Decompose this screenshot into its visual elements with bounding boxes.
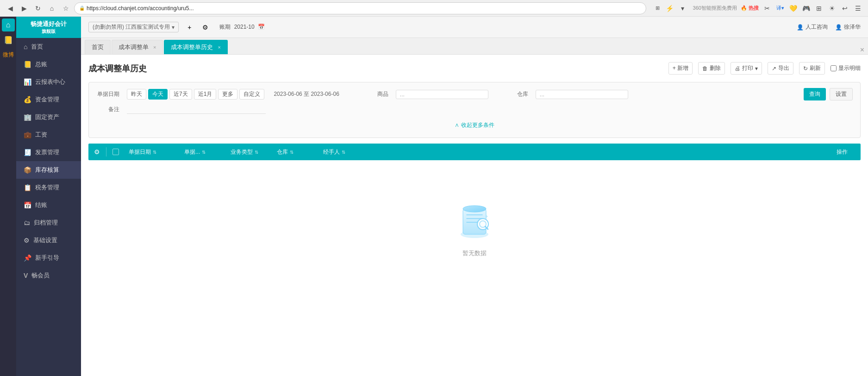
date-btn-today[interactable]: 今天: [148, 89, 168, 100]
date-btn-yesterday[interactable]: 昨天: [127, 89, 146, 100]
refresh-btn[interactable]: ↻ 刷新: [799, 62, 825, 75]
new-btn[interactable]: + 新增: [668, 62, 693, 75]
warehouse-filter-label: 仓库: [505, 90, 528, 98]
tab-cost-history[interactable]: 成本调整单历史 ×: [164, 40, 227, 54]
remark-filter-label: 备注: [96, 106, 119, 113]
home-icon: ⌂: [24, 43, 27, 50]
th-warehouse[interactable]: 仓库 ⇅: [272, 148, 318, 156]
th-date-sort[interactable]: ⇅: [153, 150, 156, 155]
query-btn[interactable]: 查询: [804, 88, 826, 100]
sidebar-item-funds[interactable]: 💰 资金管理: [16, 91, 81, 108]
guide-icon: 📌: [24, 254, 31, 262]
settings-company-btn[interactable]: ⚙: [200, 22, 210, 32]
translate-btn[interactable]: 译▾: [774, 3, 786, 14]
filter-area: 单据日期 昨天 今天 近7天 近1月 更多 自定义 2023-06-06 至 2…: [88, 82, 861, 138]
sidebar-item-ledger[interactable]: 📒 总账: [16, 56, 81, 73]
consultation-btn[interactable]: 👤 人工咨询: [797, 23, 828, 31]
warehouse-selector[interactable]: ...: [536, 90, 628, 99]
th-biz-sort[interactable]: ⇅: [255, 150, 258, 155]
top-bar: (勿删勿禁用) 江西服宝测试专用 ▾ + ⚙ 账期 2021-10 📅 👤 人工…: [81, 17, 868, 38]
grid-btn[interactable]: ⊞: [813, 3, 824, 14]
wallet-btn[interactable]: 💛: [787, 3, 799, 14]
sidebar-item-archive[interactable]: 🗂 归档管理: [16, 214, 81, 232]
tab-cost-adjust[interactable]: 成本调整单 ×: [112, 40, 163, 54]
remark-input[interactable]: [127, 105, 266, 114]
delete-btn[interactable]: 🗑 删除: [698, 62, 725, 75]
collapse-icon: ∧: [455, 122, 461, 128]
tab-cost-adjust-close[interactable]: ×: [153, 44, 156, 50]
sidebar-item-inventory[interactable]: 📦 库存核算: [16, 161, 81, 179]
star-button[interactable]: ☆: [60, 3, 71, 14]
content-area: 成本调整单历史 + 新增 🗑 删除 🖨 打印 ▾ ↗: [81, 55, 868, 376]
menu-btn[interactable]: ☰: [852, 3, 863, 14]
collapse-bar[interactable]: ∧ 收起更多条件: [96, 119, 853, 132]
extensions-btn[interactable]: ⊞: [653, 3, 662, 14]
sidebar-item-vip[interactable]: V 畅会员: [16, 267, 81, 284]
home-button[interactable]: ⌂: [46, 3, 57, 14]
refresh-label: 刷新: [810, 64, 821, 72]
gear-icon[interactable]: ⚙: [94, 148, 100, 156]
divider-1: [106, 147, 106, 157]
refresh-button[interactable]: ↻: [32, 3, 44, 14]
th-date-label: 单据日期: [129, 148, 151, 156]
th-no[interactable]: 单据... ⇅: [180, 148, 226, 156]
date-btn-custom[interactable]: 自定义: [239, 89, 264, 100]
tab-cost-history-close[interactable]: ×: [218, 44, 220, 50]
th-warehouse-sort[interactable]: ⇅: [290, 150, 293, 155]
undo-btn[interactable]: ↩: [839, 3, 850, 14]
strip-ledger[interactable]: 📒: [2, 33, 15, 46]
sun-btn[interactable]: ☀: [826, 3, 837, 14]
sidebar-label-tax: 税务管理: [35, 183, 59, 192]
reports-icon: 📊: [24, 78, 31, 86]
th-gear[interactable]: ⚙: [88, 148, 105, 156]
dropdown-btn[interactable]: ▾: [677, 3, 688, 14]
table-header: ⚙ 单据日期 ⇅ 单据... ⇅ 业务类型: [88, 144, 861, 160]
forward-button[interactable]: ▶: [19, 3, 30, 14]
sidebar-item-settings[interactable]: ⚙ 基础设置: [16, 232, 81, 249]
header-checkbox[interactable]: [112, 149, 119, 155]
date-btn-more[interactable]: 更多: [218, 89, 237, 100]
company-selector[interactable]: (勿删勿禁用) 江西服宝测试专用 ▾: [88, 22, 179, 32]
sidebar-item-reports[interactable]: 📊 云报表中心: [16, 73, 81, 91]
th-handler[interactable]: 经手人 ⇅: [318, 148, 374, 156]
vip-icon: V: [24, 272, 28, 279]
strip-home[interactable]: ⌂: [2, 19, 15, 31]
sidebar-item-invoice[interactable]: 🧾 发票管理: [16, 144, 81, 161]
show-columns-checkbox[interactable]: [831, 65, 837, 71]
game-btn[interactable]: 🎮: [800, 3, 812, 14]
tab-home[interactable]: 首页: [85, 40, 111, 54]
strip-wb[interactable]: 微博: [2, 48, 15, 61]
inventory-icon: 📦: [24, 166, 31, 174]
sidebar-item-home[interactable]: ⌂ 首页: [16, 38, 81, 56]
sidebar-item-guide[interactable]: 📌 新手引导: [16, 249, 81, 267]
sidebar-item-payroll[interactable]: 💼 工资: [16, 126, 81, 144]
sidebar-label-archive: 归档管理: [34, 219, 58, 227]
export-btn[interactable]: ↗ 导出: [768, 62, 793, 75]
back-button[interactable]: ◀: [5, 3, 16, 14]
show-columns-toggle[interactable]: 显示明细: [831, 64, 861, 72]
print-btn[interactable]: 🖨 打印 ▾: [731, 62, 762, 75]
th-biz-type[interactable]: 业务类型 ⇅: [226, 148, 272, 156]
th-checkbox[interactable]: [107, 149, 124, 155]
add-company-btn[interactable]: +: [184, 22, 194, 32]
print-dropdown-icon: ▾: [755, 65, 758, 72]
date-btn-1month[interactable]: 近1月: [194, 89, 217, 100]
sidebar-item-fixed-assets[interactable]: 🏢 固定资产: [16, 108, 81, 126]
bolt-btn[interactable]: ⚡: [664, 3, 675, 14]
th-date[interactable]: 单据日期 ⇅: [124, 148, 180, 156]
scissors-btn[interactable]: ✂: [762, 3, 773, 14]
sidebar-item-tax[interactable]: 📋 税务管理: [16, 179, 81, 196]
calendar-icon[interactable]: 📅: [258, 24, 265, 30]
goods-selector[interactable]: ...: [396, 90, 488, 99]
setting-btn[interactable]: 设置: [830, 88, 853, 100]
funds-icon: 💰: [24, 96, 31, 103]
th-no-sort[interactable]: ⇅: [202, 150, 206, 155]
archive-icon: 🗂: [24, 219, 30, 226]
th-handler-sort[interactable]: ⇅: [342, 150, 345, 155]
date-btn-7days[interactable]: 近7天: [169, 89, 192, 100]
close-all-tabs-btn[interactable]: ×: [860, 46, 864, 54]
user-profile-btn[interactable]: 👤 徐泽华: [835, 23, 861, 31]
sidebar-item-closing[interactable]: 📅 结账: [16, 196, 81, 214]
address-bar[interactable]: 🔒 https://cloud.chanjet.com/accounting/u…: [74, 2, 646, 14]
sidebar-label-payroll: 工资: [35, 131, 47, 139]
